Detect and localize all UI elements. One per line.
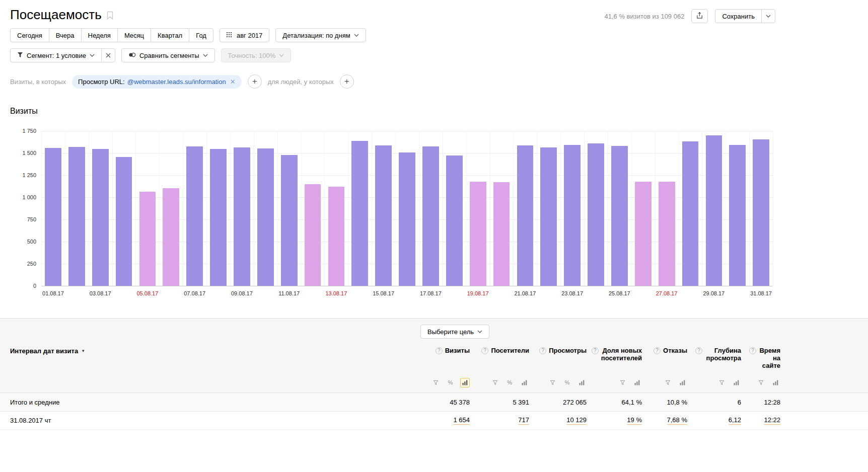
bar-30.08.17[interactable] — [729, 145, 746, 286]
column-header-5[interactable]: ?Глубина просмотра — [693, 345, 747, 369]
save-button[interactable]: Сохранить — [715, 9, 762, 23]
help-icon[interactable]: ? — [539, 347, 546, 354]
bar-chart-icon[interactable] — [520, 378, 529, 387]
row-header[interactable]: Интервал дат визита ▼ — [10, 345, 420, 369]
add-people-condition-button[interactable]: + — [340, 74, 354, 89]
metric-value[interactable]: 19 % — [627, 416, 642, 425]
period-button-4[interactable]: Квартал — [151, 28, 189, 42]
bar-27.08.17[interactable] — [659, 182, 675, 286]
bar-18.08.17[interactable] — [446, 155, 463, 286]
bar-24.08.17[interactable] — [588, 143, 604, 286]
chip-prefix: Просмотр URL: — [78, 78, 125, 86]
filter-icon[interactable] — [548, 378, 557, 387]
bar-09.08.17[interactable] — [234, 147, 250, 286]
bar-02.08.17[interactable] — [68, 147, 85, 286]
bar-19.08.17[interactable] — [470, 182, 486, 286]
filter-icon[interactable] — [756, 378, 766, 387]
choose-goal-button[interactable]: Выберите цель — [420, 325, 489, 339]
bar-07.08.17[interactable] — [186, 146, 203, 286]
bar-29.08.17[interactable] — [706, 135, 722, 286]
bar-01.08.17[interactable] — [45, 148, 61, 286]
metric-value[interactable]: 7,68 % — [667, 416, 687, 425]
bar-26.08.17[interactable] — [635, 182, 652, 286]
period-button-3[interactable]: Месяц — [117, 28, 151, 42]
bar-12.08.17[interactable] — [305, 184, 321, 286]
metric-value[interactable]: 6,12 — [729, 416, 741, 425]
bar-17.08.17[interactable] — [422, 146, 439, 286]
url-filter-chip[interactable]: Просмотр URL: @webmaster.leads.su/inform… — [72, 75, 242, 89]
column-header-0[interactable]: ?Визиты — [420, 345, 476, 369]
table-head: Выберите цель Интервал дат визита ▼ ?Виз… — [0, 319, 868, 392]
bar-14.08.17[interactable] — [351, 141, 368, 286]
metric-value[interactable]: 1 654 — [453, 416, 470, 425]
filter-icon[interactable] — [490, 378, 500, 387]
bar-28.08.17[interactable] — [682, 141, 699, 286]
period-button-1[interactable]: Вчера — [49, 28, 82, 42]
percent-icon[interactable]: % — [505, 378, 515, 387]
column-header-4[interactable]: ?Отказы — [648, 345, 693, 369]
help-icon[interactable]: ? — [695, 347, 702, 354]
help-icon[interactable]: ? — [481, 347, 488, 354]
percent-icon[interactable]: % — [446, 378, 455, 387]
bar-25.08.17[interactable] — [611, 146, 628, 286]
date-range-button[interactable]: авг 2017 — [220, 28, 269, 42]
bar-chart-icon[interactable] — [632, 378, 642, 387]
bar-23.08.17[interactable] — [564, 145, 581, 286]
column-header-3[interactable]: ?Доля новых посетителей — [593, 345, 648, 369]
percent-icon[interactable]: % — [562, 378, 572, 387]
help-icon[interactable]: ? — [654, 347, 661, 354]
filter-icon[interactable] — [663, 378, 673, 387]
metric-value[interactable]: 12:22 — [764, 416, 780, 425]
bar-16.08.17[interactable] — [399, 152, 415, 286]
help-icon[interactable]: ? — [749, 347, 756, 354]
period-button-5[interactable]: Год — [189, 28, 213, 42]
column-header-label: Отказы — [663, 347, 687, 354]
bar-22.08.17[interactable] — [540, 147, 557, 286]
bar-10.08.17[interactable] — [257, 148, 274, 286]
column-header-6[interactable]: ?Время на сайте — [747, 345, 786, 369]
bar-31.08.17[interactable] — [753, 139, 769, 286]
bar-20.08.17[interactable] — [493, 182, 510, 286]
bar-11.08.17[interactable] — [281, 155, 298, 286]
bar-03.08.17[interactable] — [92, 149, 109, 286]
chip-url[interactable]: @webmaster.leads.su/information — [127, 78, 226, 86]
metric-value: 10,8 % — [667, 399, 687, 406]
period-button-0[interactable]: Сегодня — [10, 28, 49, 42]
filter-icon[interactable] — [717, 378, 727, 387]
bar-chart-icon[interactable] — [577, 378, 587, 387]
segment-button[interactable]: Сегмент: 1 условие — [10, 48, 102, 62]
accuracy-button[interactable]: Точность: 100% — [221, 48, 292, 62]
detail-button[interactable]: Детализация: по дням — [275, 28, 366, 42]
bar-chart-icon[interactable] — [678, 378, 687, 387]
row-label[interactable]: 31.08.2017 чт — [10, 417, 420, 424]
column-header-label: Доля новых посетителей — [601, 347, 642, 362]
metric-value[interactable]: 10 129 — [566, 416, 587, 425]
export-button[interactable] — [691, 9, 708, 23]
filter-icon[interactable] — [618, 378, 627, 387]
compare-segments-button[interactable]: Сравнить сегменты — [121, 48, 215, 62]
bookmark-icon[interactable] — [107, 11, 113, 20]
help-icon[interactable]: ? — [436, 347, 443, 354]
save-dropdown-button[interactable] — [761, 9, 775, 23]
metric-value[interactable]: 717 — [518, 416, 529, 425]
table-tools-row: %%% — [10, 376, 868, 388]
table-row: 31.08.2017 чт1 65471710 12919 %7,68 %6,1… — [0, 411, 868, 430]
add-visit-condition-button[interactable]: + — [248, 74, 262, 89]
bar-chart-icon[interactable] — [460, 378, 470, 387]
bar-13.08.17[interactable] — [328, 187, 345, 286]
column-header-2[interactable]: ?Просмотры — [535, 345, 593, 369]
filter-icon[interactable] — [431, 378, 441, 387]
bar-21.08.17[interactable] — [517, 145, 534, 286]
period-button-2[interactable]: Неделя — [81, 28, 118, 42]
segment-clear-button[interactable] — [101, 48, 115, 62]
help-icon[interactable]: ? — [592, 347, 599, 354]
bar-08.08.17[interactable] — [210, 149, 227, 286]
bar-chart-icon[interactable] — [732, 378, 741, 387]
bar-06.08.17[interactable] — [163, 188, 179, 286]
column-header-1[interactable]: ?Посетители — [476, 345, 535, 369]
chip-remove-icon[interactable]: ✕ — [230, 78, 236, 86]
bar-05.08.17[interactable] — [139, 192, 156, 286]
bar-04.08.17[interactable] — [116, 157, 132, 286]
bar-chart-icon[interactable] — [771, 378, 780, 387]
bar-15.08.17[interactable] — [375, 145, 392, 286]
